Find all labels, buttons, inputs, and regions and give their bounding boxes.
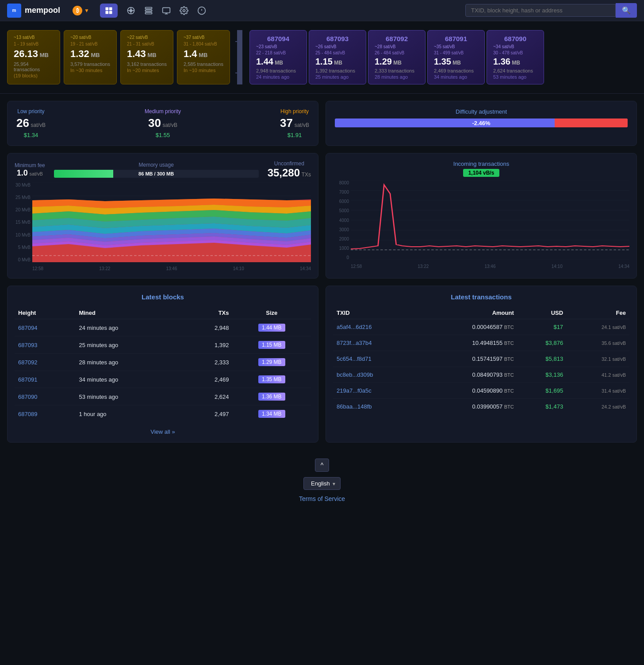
memory-bar: 86 MB / 300 MB: [54, 170, 259, 178]
unconfirmed-value: 35,280: [268, 167, 300, 179]
logo-icon: m: [7, 4, 21, 18]
table-row: 687089 1 hour ago 2,497 1.34 MB: [15, 405, 311, 423]
pending-block[interactable]: ~20 sat/vB 19 - 21 sat/vB 1.32 MB 3,579 …: [64, 30, 117, 84]
high-priority-usd: $1.91: [280, 132, 309, 138]
svg-rect-10: [145, 12, 152, 14]
tx-amount-cell: 0.08490793 BTC: [420, 367, 518, 383]
tx-usd-cell: $3,876: [518, 335, 567, 351]
block-height-cell[interactable]: 687093: [15, 336, 75, 354]
nav-info-icon[interactable]: [197, 6, 206, 15]
tx-amount-cell: 0.00046587 BTC: [420, 319, 518, 335]
charts-section: Minimum fee 1.0 sat/vB Memory usage 86 M…: [0, 153, 644, 286]
medium-priority-unit: sat/vB: [163, 122, 177, 128]
difficulty-value: -2.46%: [472, 120, 490, 126]
tx-txid-cell[interactable]: 5c654...f8d71: [333, 351, 420, 367]
bitcoin-badge[interactable]: ₿: [73, 6, 82, 15]
block-mined-cell: 28 minutes ago: [75, 354, 183, 371]
nav-settings-icon[interactable]: [180, 6, 188, 15]
difficulty-card: Difficulty adjustment -2.46%: [326, 101, 637, 146]
language-select[interactable]: English Español Français Deutsch 中文: [303, 477, 341, 490]
confirmed-block[interactable]: 687092 ~28 sat/vB 26 - 484 sat/vB 1.29 M…: [368, 30, 426, 84]
block-size-cell: 1.34 MB: [232, 405, 311, 423]
block-txs-cell: 2,469: [183, 371, 232, 388]
transactions-table-header: TXID Amount USD Fee: [333, 307, 629, 319]
mempool-y-axis: 30 MvB 25 MvB 20 MvB 15 MvB 10 MvB 5 MvB…: [15, 183, 32, 262]
tx-fee-cell: 31.4 sat/vB: [567, 383, 629, 399]
block-height-cell[interactable]: 687090: [15, 388, 75, 405]
difficulty-bar-fill: [555, 118, 628, 127]
block-size-cell: 1.29 MB: [232, 354, 311, 371]
fee-stats-card: Low priority 26 sat/vB $1.34 Medium prio…: [7, 101, 318, 146]
search-button[interactable]: 🔍: [616, 3, 637, 18]
pending-blocks: ~13 sat/vB 1 - 19 sat/vB 26.13 MB 25,954…: [0, 27, 237, 88]
table-row: 687091 34 minutes ago 2,469 1.35 MB: [15, 371, 311, 388]
nav-monitor-icon[interactable]: [162, 6, 171, 15]
nav-blocks-icon[interactable]: [144, 6, 153, 15]
svg-rect-0: [105, 7, 108, 10]
confirmed-block[interactable]: 687090 ~34 sat/vB 30 - 478 sat/vB 1.36 M…: [487, 30, 544, 84]
table-row: 687094 24 minutes ago 2,948 1.44 MB: [15, 319, 311, 336]
tx-txid-cell[interactable]: 8723f...a37b4: [333, 335, 420, 351]
block-height-cell[interactable]: 687092: [15, 354, 75, 371]
block-size-cell: 1.44 MB: [232, 319, 311, 336]
confirmed-block[interactable]: 687091 ~35 sat/vB 31 - 499 sat/vB 1.35 M…: [427, 30, 485, 84]
col-mined: Mined: [75, 307, 183, 319]
difficulty-title: Difficulty adjustment: [335, 108, 628, 115]
svg-rect-1: [109, 7, 112, 10]
low-priority-value: 26: [16, 116, 29, 130]
tx-fee-cell: 35.6 sat/vB: [567, 335, 629, 351]
min-fee-unit: sat/vB: [29, 171, 43, 176]
low-priority-label: Low priority: [16, 108, 46, 115]
transactions-table: TXID Amount USD Fee a5af4...6d216 0.0004…: [333, 307, 629, 414]
view-all-blocks[interactable]: View all »: [15, 428, 311, 435]
nav-network-icon[interactable]: [126, 6, 135, 15]
block-txs-cell: 1,392: [183, 336, 232, 354]
table-row: 219a7...f0a5c 0.04590890 BTC $1,695 31.4…: [333, 383, 629, 399]
nav-dashboard-icon[interactable]: [100, 4, 118, 18]
low-priority-unit: sat/vB: [31, 122, 46, 128]
incoming-svg: [351, 180, 629, 260]
search-input[interactable]: [465, 4, 616, 17]
incoming-chart-area: 8000 7000 6000 5000 4000 3000 2000 1000 …: [333, 180, 629, 269]
scroll-top-button[interactable]: ^: [315, 459, 330, 472]
pending-block[interactable]: ~22 sat/vB 21 - 31 sat/vB 1.43 MB 3,162 …: [120, 30, 173, 84]
tx-usd-cell: $5,813: [518, 351, 567, 367]
pending-block[interactable]: ~37 sat/vB 31 - 1,804 sat/vB 1.4 MB 2,58…: [177, 30, 230, 84]
mempool-svg: [32, 183, 311, 262]
tx-amount-cell: 0.15741597 BTC: [420, 351, 518, 367]
block-height-cell[interactable]: 687089: [15, 405, 75, 423]
col-txid: TXID: [333, 307, 420, 319]
block-mined-cell: 1 hour ago: [75, 405, 183, 423]
tx-txid-cell[interactable]: 219a7...f0a5c: [333, 383, 420, 399]
incoming-title: Incoming transactions: [333, 161, 629, 167]
latest-transactions-card: Latest transactions TXID Amount USD Fee …: [326, 286, 637, 443]
latest-transactions-title: Latest transactions: [333, 293, 629, 301]
confirmed-block[interactable]: 687094 ~23 sat/vB 22 - 218 sat/vB 1.44 M…: [249, 30, 307, 84]
bitcoin-dropdown[interactable]: ▼: [84, 8, 89, 14]
tx-txid-cell[interactable]: a5af4...6d216: [333, 319, 420, 335]
confirmed-block[interactable]: 687093 ~26 sat/vB 25 - 484 sat/vB 1.15 M…: [309, 30, 366, 84]
memory-bar-fill: [54, 170, 113, 178]
tx-usd-cell: $17: [518, 319, 567, 335]
brand[interactable]: m mempool: [7, 4, 60, 18]
bottom-section: Latest blocks Height Mined TXs Size 6870…: [0, 286, 644, 450]
stats-section: Low priority 26 sat/vB $1.34 Medium prio…: [0, 94, 644, 153]
col-amount: Amount: [420, 307, 518, 319]
pending-block[interactable]: ~13 sat/vB 1 - 19 sat/vB 26.13 MB 25,954…: [7, 30, 60, 84]
table-row: 8723f...a37b4 10.4948155 BTC $3,876 35.6…: [333, 335, 629, 351]
incoming-chart-card: Incoming transactions 1,104 vB/s 8000 70…: [326, 153, 637, 279]
tx-amount-cell: 0.03990057 BTC: [420, 399, 518, 415]
table-row: 687093 25 minutes ago 1,392 1.15 MB: [15, 336, 311, 354]
block-txs-cell: 2,333: [183, 354, 232, 371]
memory-display: 86 MB / 300 MB: [138, 171, 174, 176]
block-height-cell[interactable]: 687094: [15, 319, 75, 336]
low-priority: Low priority 26 sat/vB $1.34: [16, 108, 46, 138]
unconfirmed-stat: Unconfirmed 35,280 TXs: [268, 161, 311, 179]
incoming-x-axis: 12:58 13:22 13:46 14:10 14:34: [351, 264, 629, 269]
unconfirmed-unit: TXs: [302, 172, 311, 178]
terms-link[interactable]: Terms of Service: [299, 495, 345, 502]
block-height-cell[interactable]: 687091: [15, 371, 75, 388]
tx-txid-cell[interactable]: bc8eb...d309b: [333, 367, 420, 383]
tx-txid-cell[interactable]: 86baa...148fb: [333, 399, 420, 415]
medium-priority-usd: $1.55: [145, 132, 181, 138]
